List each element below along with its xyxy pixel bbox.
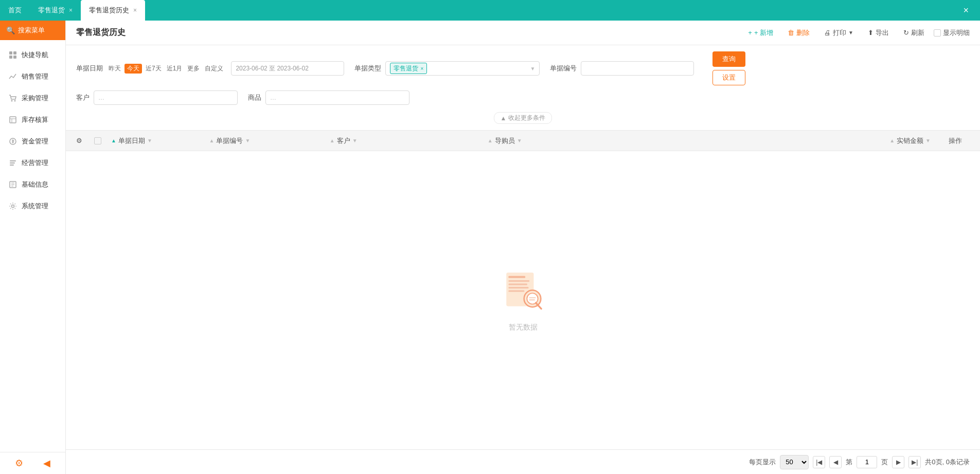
date-range-value: 2023-06-02 至 2023-06-02 [236,64,308,73]
action-btns: 查询 设置 [712,51,745,85]
delete-button[interactable]: 🗑 删除 [782,26,815,40]
sidebar-item-sales-mgmt[interactable]: 销售管理 [0,66,65,87]
operations-label: 经营管理 [22,158,48,168]
goods-input[interactable]: … [265,90,409,105]
tab-home-label: 首页 [8,6,22,15]
th-guide-label: 导购员 [495,136,515,145]
next-page-btn[interactable]: ▶ [892,456,904,468]
delete-icon: 🗑 [788,29,794,37]
filter-row-2: 客户 … 商品 … [76,90,970,105]
sidebar-item-finance[interactable]: 资金管理 [0,131,65,152]
customer-label: 客户 [76,93,90,102]
basic-info-label: 基础信息 [22,180,48,189]
sidebar-item-purchase-mgmt[interactable]: 采购管理 [0,87,65,109]
refresh-button[interactable]: ↻ 刷新 [898,26,930,40]
filter-row-1: 单据日期 昨天 今天 近7天 近1月 更多 自定义 2023-06-02 至 2… [76,51,970,85]
th-bill-no-sort-desc: ▼ [245,138,250,143]
export-label: 导出 [876,28,889,38]
inventory-label: 库存核算 [22,115,48,124]
sidebar-search[interactable]: 🔍 搜索菜单 [0,21,65,40]
delete-label: 删除 [796,28,810,38]
query-button[interactable]: 查询 [712,51,745,67]
date-shortcut-1month[interactable]: 近1月 [165,64,184,74]
finance-icon [8,137,17,146]
purchase-mgmt-label: 采购管理 [22,94,48,103]
page-suffix: 页 [881,458,888,467]
first-page-btn[interactable]: |◀ [813,456,825,468]
tab-bar: 首页 零售退货 × 零售退货历史 × [0,0,980,21]
date-shortcut-today[interactable]: 今天 [124,64,142,74]
column-settings-icon: ⚙ [76,137,82,144]
svg-rect-0 [9,51,12,54]
empty-text: 暂无数据 [509,323,538,332]
th-bill-no[interactable]: ▲ 单据编号 ▼ [205,136,326,145]
sidebar-item-quick-nav[interactable]: 快捷导航 [0,44,65,66]
bill-type-select[interactable]: 零售退货 × ▼ [385,61,540,76]
th-bill-no-label: 单据编号 [216,136,243,145]
print-button[interactable]: 🖨 打印 ▼ [819,26,859,40]
th-guide-sort-asc: ▲ [488,138,493,143]
show-detail-checkbox[interactable] [934,29,941,37]
date-shortcut-yesterday[interactable]: 昨天 [107,64,122,74]
collapse-label: 收起更多条件 [508,114,545,122]
th-amount[interactable]: ▲ 实销金额 ▼ [836,136,935,145]
export-button[interactable]: ⬆ 导出 [863,26,894,40]
th-bill-no-sort-asc: ▲ [209,138,215,143]
tab-retail-return[interactable]: 零售退货 × [30,0,81,21]
per-page-select[interactable]: 50 100 200 [780,455,809,469]
refresh-icon: ↻ [903,29,909,37]
sidebar-collapse-btn[interactable]: ◀ [43,458,50,469]
total-label: 共0页, 0条记录 [925,458,970,467]
goods-placeholder: … [270,94,276,101]
sales-mgmt-label: 销售管理 [22,72,48,81]
bill-type-tag-close[interactable]: × [420,66,423,71]
sidebar-bottom: ⚙ ◀ [0,452,65,474]
th-action-label: 操作 [949,136,962,145]
sidebar-settings-btn[interactable]: ⚙ [15,458,23,469]
th-guide[interactable]: ▲ 导购员 ▼ [484,136,604,145]
new-label: + 新增 [754,28,773,38]
tab-retail-return-history-close[interactable]: × [133,7,137,14]
tab-retail-return-close[interactable]: × [69,7,73,14]
date-shortcut-custom[interactable]: 自定义 [203,64,225,74]
svg-point-4 [11,100,13,102]
search-icon: 🔍 [6,26,15,34]
empty-illustration [497,268,549,315]
sidebar-item-system-mgmt[interactable]: 系统管理 [0,195,65,217]
goods-label: 商品 [248,93,261,102]
sidebar-item-inventory[interactable]: 库存核算 [0,109,65,131]
th-customer[interactable]: ▲ 客户 ▼ [326,136,484,145]
new-button[interactable]: + + 新增 [743,26,778,40]
tab-retail-return-history[interactable]: 零售退货历史 × [81,0,145,21]
th-bill-date[interactable]: ▲ 单据日期 ▼ [107,136,205,145]
th-setting[interactable]: ⚙ [70,137,88,144]
th-customer-label: 客户 [337,136,350,145]
purchase-icon [8,94,17,103]
filter-bill-no: 单据编号 [550,61,694,76]
collapse-row: ▲ 收起更多条件 [76,110,970,126]
window-close-btn[interactable]: × [960,4,972,17]
svg-point-17 [12,205,14,208]
header-checkbox[interactable] [94,137,101,144]
new-icon: + [748,29,752,37]
sidebar: 🔍 搜索菜单 快捷导航 销售管理 采购管理 [0,21,66,474]
filter-settings-button[interactable]: 设置 [712,70,745,85]
prev-page-btn[interactable]: ◀ [829,456,842,468]
date-shortcut-7days[interactable]: 近7天 [144,64,163,74]
svg-rect-23 [508,290,524,292]
show-detail-wrap: 显示明细 [934,28,970,38]
tab-home[interactable]: 首页 [0,0,30,21]
last-page-btn[interactable]: ▶| [908,456,921,468]
collapse-button[interactable]: ▲ 收起更多条件 [494,112,553,124]
bill-no-input[interactable] [581,61,694,76]
svg-rect-6 [10,117,16,123]
date-shortcut-more[interactable]: 更多 [186,64,201,74]
sidebar-item-basic-info[interactable]: 基础信息 [0,174,65,195]
customer-input[interactable]: … [94,90,238,105]
top-bar: 首页 零售退货 × 零售退货历史 × × [0,0,980,21]
collapse-up-icon: ▲ [501,115,507,122]
page-input[interactable] [857,456,877,468]
sidebar-item-operations[interactable]: 经营管理 [0,152,65,174]
show-detail-label: 显示明细 [943,28,970,38]
date-range-input[interactable]: 2023-06-02 至 2023-06-02 [231,61,344,76]
